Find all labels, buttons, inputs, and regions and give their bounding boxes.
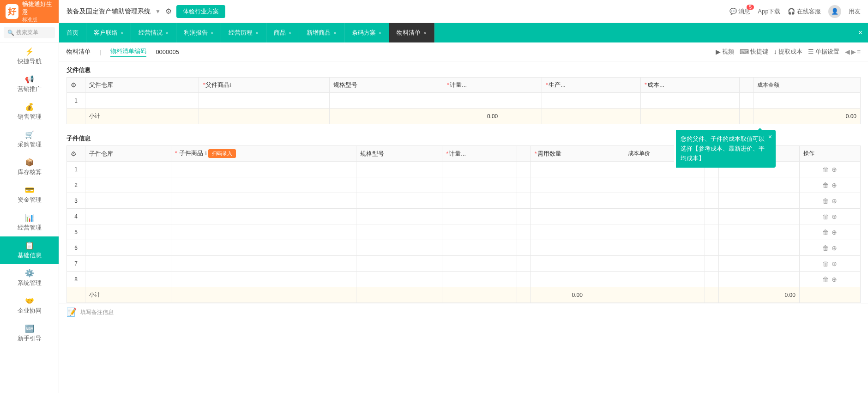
scan-input-button[interactable]: 扫码录入 (208, 149, 236, 158)
tooltip-close-button[interactable]: × (768, 132, 772, 142)
child-row-7-spec[interactable] (356, 256, 442, 272)
nav-tab-new-goods[interactable]: 新增商品× (299, 23, 344, 42)
parent-row-1-spec[interactable] (329, 93, 443, 109)
child-row-3-unit[interactable] (442, 193, 517, 209)
child-row-4-quantity[interactable] (530, 209, 624, 224)
shortcut-button[interactable]: ⌨ 快捷键 (740, 48, 768, 56)
child-row-4-unit[interactable] (442, 209, 517, 224)
child-row-1-quantity[interactable] (530, 162, 624, 177)
child-row-7-delete-icon[interactable]: 🗑 (822, 260, 829, 267)
child-row-5-spec[interactable] (356, 224, 442, 240)
child-row-1-spec[interactable] (356, 162, 442, 177)
prev-arrow[interactable]: ◀ (845, 48, 850, 55)
child-row-5-goods[interactable] (171, 224, 356, 240)
sub-tab-bom-code-label[interactable]: 物料清单编码 (110, 46, 146, 57)
child-row-8-copy-icon[interactable]: ⊕ (832, 276, 837, 283)
child-row-7-copy-icon[interactable]: ⊕ (832, 260, 837, 267)
sidebar-item-guide[interactable]: 🆕新手引导 (0, 320, 59, 347)
close-all-tabs-button[interactable]: × (853, 29, 868, 37)
child-row-2-unit[interactable] (442, 177, 517, 193)
parent-row-1-goods[interactable] (199, 93, 329, 109)
child-row-6-delete-icon[interactable]: 🗑 (822, 244, 829, 252)
sidebar-item-purchase[interactable]: 🛒采购管理 (0, 126, 59, 153)
sidebar-item-inventory[interactable]: 📦库存核算 (0, 153, 59, 181)
child-row-2-goods[interactable] (171, 177, 356, 193)
child-row-1-copy-icon[interactable]: ⊕ (832, 166, 837, 173)
search-menu-button[interactable]: 🔍 搜索菜单 (4, 27, 55, 38)
child-row-7-quantity[interactable] (530, 256, 624, 272)
system-title-dropdown-icon[interactable]: ▼ (155, 8, 161, 15)
child-row-2-spec[interactable] (356, 177, 442, 193)
child-row-3-goods[interactable] (171, 193, 356, 209)
child-row-5-cost-price[interactable] (624, 224, 705, 240)
user-avatar[interactable]: 👤 (828, 5, 841, 18)
parent-row-1-cost[interactable] (640, 93, 739, 109)
child-row-4-cost-amount[interactable] (718, 209, 799, 224)
child-row-5-quantity[interactable] (530, 224, 624, 240)
child-row-8-cost-amount[interactable] (718, 272, 799, 287)
nav-tab-customers[interactable]: 客户联络× (86, 23, 131, 42)
app-download-link[interactable]: App下载 (758, 7, 780, 16)
online-service-link[interactable]: 🎧 在线客服 (788, 7, 821, 16)
child-row-8-quantity[interactable] (530, 272, 624, 287)
child-row-3-copy-icon[interactable]: ⊕ (832, 197, 837, 205)
settings-icon[interactable]: ⚙ (165, 7, 172, 16)
extract-cost-button[interactable]: ↓ 提取成本 (774, 48, 802, 56)
child-row-6-cost-amount[interactable] (718, 240, 799, 256)
nav-tab-close-customers[interactable]: × (121, 30, 123, 36)
child-row-7-cost-price[interactable] (624, 256, 705, 272)
child-row-4-warehouse[interactable] (85, 209, 171, 224)
parent-row-1-warehouse[interactable] (85, 93, 199, 109)
nav-tab-goods[interactable]: 商品× (266, 23, 299, 42)
next-arrow[interactable]: ▶ (851, 48, 856, 55)
nav-tab-close-bom[interactable]: × (423, 30, 426, 36)
nav-tab-close-barcode[interactable]: × (379, 30, 381, 36)
child-row-2-cost-price[interactable] (624, 177, 705, 193)
child-row-8-unit[interactable] (442, 272, 517, 287)
nav-tab-operations[interactable]: 经营情况× (131, 23, 176, 42)
parent-row-1-unit[interactable] (443, 93, 542, 109)
child-row-5-cost-amount[interactable] (718, 224, 799, 240)
nav-tab-close-new-goods[interactable]: × (333, 30, 336, 36)
sidebar-item-sales[interactable]: 💰销售管理 (0, 98, 59, 126)
child-row-4-delete-icon[interactable]: 🗑 (822, 213, 829, 220)
nav-tab-history[interactable]: 经营历程× (221, 23, 266, 42)
sidebar-item-marketing[interactable]: 📢营销推广 (0, 70, 59, 98)
child-row-8-goods[interactable] (171, 272, 356, 287)
child-row-4-spec[interactable] (356, 209, 442, 224)
child-row-1-unit[interactable] (442, 162, 517, 177)
nav-tab-close-profit[interactable]: × (211, 30, 213, 36)
child-row-2-delete-icon[interactable]: 🗑 (822, 181, 829, 189)
child-row-2-cost-amount[interactable] (718, 177, 799, 193)
nav-tab-close-goods[interactable]: × (289, 30, 291, 36)
child-row-8-cost-price[interactable] (624, 272, 705, 287)
child-row-3-quantity[interactable] (530, 193, 624, 209)
child-row-6-spec[interactable] (356, 240, 442, 256)
child-row-4-cost-price[interactable] (624, 209, 705, 224)
child-row-6-goods[interactable] (171, 240, 356, 256)
child-row-6-warehouse[interactable] (85, 240, 171, 256)
child-row-3-spec[interactable] (356, 193, 442, 209)
child-row-7-warehouse[interactable] (85, 256, 171, 272)
nav-tab-bom[interactable]: 物料清单× (389, 23, 434, 42)
child-row-5-warehouse[interactable] (85, 224, 171, 240)
child-row-6-cost-price[interactable] (624, 240, 705, 256)
sidebar-item-finance[interactable]: 💳资金管理 (0, 181, 59, 209)
messages-button[interactable]: 💬 消息 5 (729, 7, 751, 16)
sidebar-item-basics[interactable]: 📋基础信息 (0, 236, 59, 264)
child-row-4-copy-icon[interactable]: ⊕ (832, 213, 837, 220)
child-row-2-copy-icon[interactable]: ⊕ (832, 181, 837, 189)
child-row-8-delete-icon[interactable]: 🗑 (822, 276, 829, 283)
nav-tab-close-operations[interactable]: × (165, 30, 168, 36)
child-row-7-cost-amount[interactable] (718, 256, 799, 272)
child-row-6-copy-icon[interactable]: ⊕ (832, 244, 837, 252)
child-row-3-warehouse[interactable] (85, 193, 171, 209)
child-row-7-unit[interactable] (442, 256, 517, 272)
nav-tab-barcode[interactable]: 条码方案× (344, 23, 389, 42)
sidebar-item-quick-nav[interactable]: ⚡快捷导航 (0, 42, 59, 70)
child-row-3-cost-amount[interactable] (718, 193, 799, 209)
child-row-5-delete-icon[interactable]: 🗑 (822, 229, 829, 236)
child-row-3-delete-icon[interactable]: 🗑 (822, 197, 829, 205)
child-row-2-warehouse[interactable] (85, 177, 171, 193)
child-row-8-spec[interactable] (356, 272, 442, 287)
